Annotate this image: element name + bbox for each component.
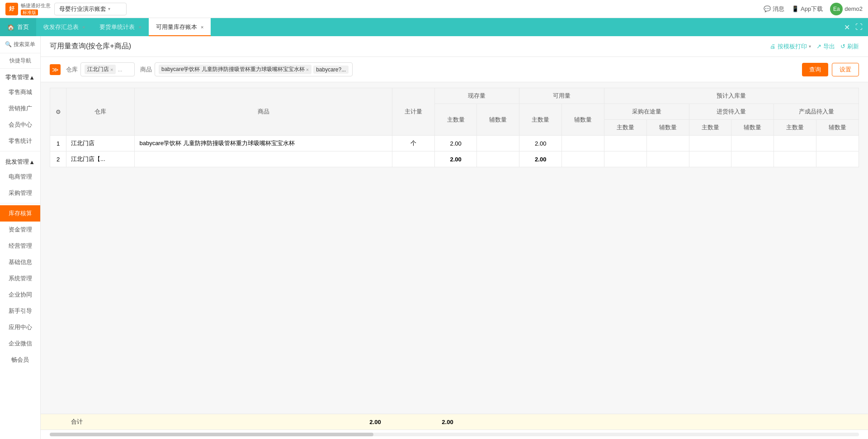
tab-spacer xyxy=(211,18,839,36)
more-icon[interactable]: ... xyxy=(118,66,122,73)
warehouse-filter-group: 仓库 江北门店 × ... xyxy=(66,62,135,76)
row-purchase-aux xyxy=(646,151,689,167)
sidebar-item-guide[interactable]: 新手引导 xyxy=(0,303,40,319)
sidebar-item-marketing[interactable]: 营销推广 xyxy=(0,100,40,117)
sidebar-item-finance[interactable]: 资金管理 xyxy=(0,222,40,238)
sidebar-quick-nav[interactable]: 快捷导航 xyxy=(0,53,40,69)
close-icon[interactable]: × xyxy=(138,24,141,30)
footer-current-main: 2.00 xyxy=(357,419,393,425)
remove-warehouse-tag[interactable]: × xyxy=(110,67,113,72)
sidebar-item-inventory[interactable]: 库存核算 xyxy=(0,205,40,222)
th-incoming-pending: 进货待入量 xyxy=(689,104,774,120)
chevron-down-icon: ▾ xyxy=(108,6,110,11)
sidebar-item-basics[interactable]: 基础信息 xyxy=(0,254,40,270)
close-icon[interactable]: × xyxy=(82,24,85,30)
th-current-stock: 现存量 xyxy=(434,88,519,104)
page-actions: 🖨 按模板打印 ▾ ↗ 导出 ↺ 刷新 xyxy=(770,42,859,51)
close-icon[interactable]: × xyxy=(201,24,203,30)
table-row: 2 江北门店【... 2.00 2.00 xyxy=(50,151,859,167)
top-bar-left: 好 畅捷通好生意 标准版 母婴行业演示账套 ▾ xyxy=(5,2,127,15)
page-title: 可用量查询(按仓库+商品) xyxy=(50,42,131,51)
sidebar-group-wholesale[interactable]: 批发管理 ▲ xyxy=(0,153,40,169)
product-filter-tag-1: babycare学饮杯 儿童防摔防撞吸管杯重力球吸嘴杯宝宝水杯 × xyxy=(159,65,311,74)
settings-btn[interactable]: 设置 xyxy=(832,63,859,76)
home-icon: 🏠 xyxy=(7,24,14,31)
page-header: 可用量查询(按仓库+商品) 🖨 按模板打印 ▾ ↗ 导出 ↺ 刷新 xyxy=(41,36,868,57)
window-close-icon[interactable]: ✕ xyxy=(844,23,850,32)
row-incoming-aux xyxy=(731,151,774,167)
scroll-area xyxy=(41,430,868,439)
row-incoming-main xyxy=(689,151,731,167)
sidebar-item-vip[interactable]: 畅会员 xyxy=(0,352,40,368)
sidebar-item-retail-stats[interactable]: 零售统计 xyxy=(0,133,40,149)
tab-available-stock[interactable]: 可用量库存账本 × xyxy=(149,18,211,36)
sidebar-item-apps[interactable]: 应用中心 xyxy=(0,319,40,335)
filter-toggle-btn[interactable]: ≫ xyxy=(50,64,61,75)
scroll-track[interactable] xyxy=(50,433,859,436)
tab-receipt[interactable]: 收发存汇总表 × xyxy=(36,18,92,36)
row-purchase-main xyxy=(604,136,646,151)
product-filter-tag-2: babycare?... xyxy=(313,66,349,74)
tab-order-stats[interactable]: 要货单统计表 × xyxy=(92,18,148,36)
sidebar-item-enterprise[interactable]: 企业协同 xyxy=(0,287,40,303)
filter-bar: ≫ 仓库 江北门店 × ... 商品 babycare学饮杯 儿童防摔防撞吸管杯… xyxy=(41,57,868,82)
row-current-main: 2.00 xyxy=(434,136,477,151)
sidebar-search[interactable]: 🔍 搜索菜单 xyxy=(0,36,40,53)
row-available-main: 2.00 xyxy=(519,136,562,151)
row-warehouse: 江北门店 xyxy=(66,136,135,151)
export-btn[interactable]: ↗ 导出 xyxy=(816,42,835,51)
query-btn[interactable]: 查询 xyxy=(802,63,828,76)
th-production-aux: 辅数量 xyxy=(816,120,859,136)
refresh-btn[interactable]: ↺ 刷新 xyxy=(840,42,859,51)
industry-selector[interactable]: 母婴行业演示账套 ▾ xyxy=(54,3,127,15)
row-no: 2 xyxy=(50,151,66,167)
sidebar-divider xyxy=(0,151,40,151)
th-available-qty: 可用量 xyxy=(519,88,604,104)
message-btn[interactable]: 💬 消息 xyxy=(764,5,784,13)
th-product: 商品 xyxy=(135,88,392,136)
sidebar-item-system[interactable]: 系统管理 xyxy=(0,270,40,287)
sidebar-item-purchase[interactable]: 采购管理 xyxy=(0,185,40,201)
table-footer: 合计 2.00 2.00 xyxy=(41,414,868,430)
th-incoming-aux: 辅数量 xyxy=(731,120,774,136)
product-filter-label: 商品 xyxy=(140,66,152,74)
th-current-main: 主数量 xyxy=(434,104,477,136)
row-current-aux xyxy=(477,151,519,167)
print-btn[interactable]: 🖨 按模板打印 ▾ xyxy=(770,42,811,51)
tab-home[interactable]: 🏠 首页 xyxy=(0,18,36,36)
remove-product-tag-1[interactable]: × xyxy=(306,67,309,72)
row-current-aux xyxy=(477,136,519,151)
th-incoming-main: 主数量 xyxy=(689,120,731,136)
nav-tab-actions: ✕ ⛶ xyxy=(839,18,868,36)
sidebar-item-operations[interactable]: 经营管理 xyxy=(0,238,40,254)
th-warehouse: 仓库 xyxy=(66,88,135,136)
sidebar-item-retail-mall[interactable]: 零售商城 xyxy=(0,84,40,100)
app-icon: 📱 xyxy=(792,5,799,12)
row-unit xyxy=(392,151,434,167)
th-purchase-main: 主数量 xyxy=(604,120,646,136)
sidebar-item-wechat[interactable]: 企业微信 xyxy=(0,335,40,352)
main-layout: 🔍 搜索菜单 快捷导航 零售管理 ▲ 零售商城 营销推广 会员中心 零售统计 批… xyxy=(0,36,868,439)
th-settings[interactable]: ⚙ xyxy=(50,88,66,136)
row-warehouse: 江北门店【... xyxy=(66,151,135,167)
sidebar-item-members[interactable]: 会员中心 xyxy=(0,117,40,133)
th-unit: 主计量 xyxy=(392,88,434,136)
print-icon: 🖨 xyxy=(770,43,776,50)
sidebar-item-ecommerce[interactable]: 电商管理 xyxy=(0,169,40,185)
top-bar: 好 畅捷通好生意 标准版 母婴行业演示账套 ▾ 💬 消息 📱 App下载 Ea … xyxy=(0,0,868,18)
row-production-aux xyxy=(816,136,859,151)
row-production-aux xyxy=(816,151,859,167)
row-product: babycare学饮杯 儿童防摔防撞吸管杯重力球吸嘴杯宝宝水杯 xyxy=(135,136,392,151)
data-table: ⚙ 仓库 商品 主计量 现存量 可用量 预计入库量 主数量 辅数量 主数量 辅数… xyxy=(50,88,859,167)
sidebar-group-retail[interactable]: 零售管理 ▲ xyxy=(0,69,40,84)
window-expand-icon[interactable]: ⛶ xyxy=(855,23,863,31)
th-planned-inbound: 预计入库量 xyxy=(604,88,859,104)
th-available-aux: 辅数量 xyxy=(562,104,604,136)
product-filter-field[interactable]: babycare学饮杯 儿童防摔防撞吸管杯重力球吸嘴杯宝宝水杯 × babyca… xyxy=(155,62,353,76)
app-download-btn[interactable]: 📱 App下载 xyxy=(792,5,823,13)
user-menu[interactable]: Ea demo2 xyxy=(830,3,863,15)
logo-icon: 好 xyxy=(5,3,18,15)
warehouse-filter-field[interactable]: 江北门店 × ... xyxy=(80,62,135,76)
chevron-down-icon: ▾ xyxy=(809,44,811,49)
nav-tabs: 🏠 首页 收发存汇总表 × 要货单统计表 × 可用量库存账本 × ✕ ⛶ xyxy=(0,18,868,36)
